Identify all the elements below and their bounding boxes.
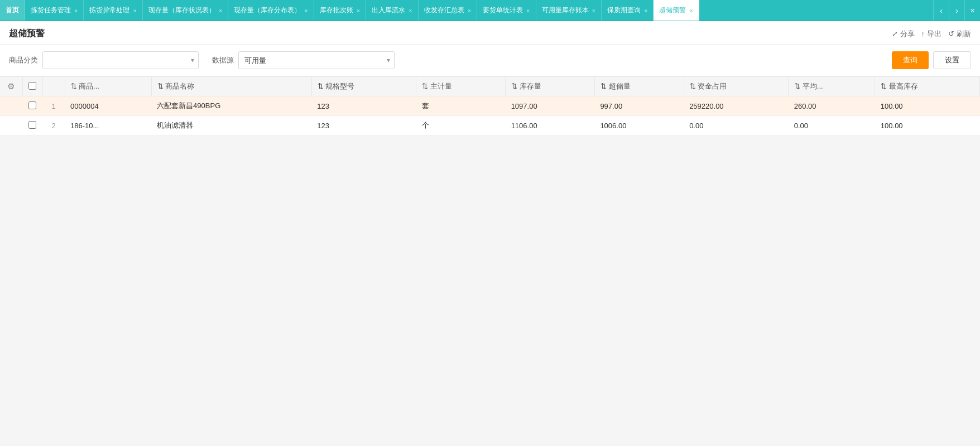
share-label: 分享 <box>900 29 915 39</box>
share-icon: ⤢ <box>892 30 898 38</box>
nav-tab-order-stats[interactable]: 要货单统计表 × <box>477 0 536 21</box>
col-capital-label: ⇅ 资金占用 <box>690 82 727 90</box>
refresh-icon: ↺ <box>948 30 954 38</box>
nav-arrows: ‹ › × <box>933 0 980 21</box>
nav-tab-inventory-status[interactable]: 现存量（库存状况表） × <box>143 0 228 21</box>
nav-tab-expiry-check[interactable]: 保质期查询 × <box>602 0 654 21</box>
nav-tab-task-mgmt[interactable]: 拣货任务管理 × <box>25 0 84 21</box>
tab-label: 库存批次账 <box>320 6 353 15</box>
col-product-code-label: ⇅ 商品... <box>71 82 99 90</box>
col-gear: ⚙ <box>0 77 22 96</box>
data-table: ⚙ ⇅ 商品... ⇅ 商品名称 ⇅ 规格型号 <box>0 76 980 135</box>
row-max-stock: 100.00 <box>875 116 980 135</box>
close-icon[interactable]: × <box>357 7 360 14</box>
row-unit: 个 <box>416 116 506 135</box>
table-row: 2 186-10... 机油滤清器 123 个 1106.00 1006.00 … <box>0 116 980 135</box>
filter-actions: 查询 设置 <box>892 51 971 69</box>
row-product-name: 机油滤清器 <box>151 116 311 135</box>
close-icon[interactable]: × <box>644 7 647 14</box>
nav-tab-home[interactable]: 首页 <box>0 0 25 21</box>
row-overstock: 997.00 <box>594 96 684 116</box>
close-icon[interactable]: × <box>133 7 136 14</box>
tab-label: 拣货异常处理 <box>89 6 129 15</box>
col-stock[interactable]: ⇅ 库存量 <box>506 77 595 96</box>
col-unit[interactable]: ⇅ 主计量 <box>416 77 506 96</box>
refresh-link[interactable]: ↺ 刷新 <box>948 29 971 39</box>
export-link[interactable]: ↑ 导出 <box>921 29 942 39</box>
product-category-group: 商品分类 <box>9 51 199 69</box>
col-capital[interactable]: ⇅ 资金占用 <box>684 77 789 96</box>
header-actions: ⤢ 分享 ↑ 导出 ↺ 刷新 <box>892 29 972 39</box>
col-avg[interactable]: ⇅ 平均... <box>789 77 875 96</box>
row-gear-cell <box>0 116 22 135</box>
top-nav: 首页 拣货任务管理 × 拣货异常处理 × 现存量（库存状况表） × 现存量（库存… <box>0 0 980 21</box>
row-product-name: 六配套新昌490BPG <box>151 96 311 116</box>
col-rownum <box>42 77 65 96</box>
product-category-wrapper <box>42 51 199 69</box>
data-source-select[interactable]: 可用量 库存量 <box>238 51 395 69</box>
col-max-stock-label: ⇅ 最高库存 <box>881 82 918 90</box>
row-product-code: 186-10... <box>65 116 151 135</box>
product-category-label: 商品分类 <box>9 55 38 65</box>
col-overstock-label: ⇅ 超储量 <box>601 82 631 90</box>
row-overstock: 1006.00 <box>594 116 684 135</box>
row-spec: 123 <box>311 116 416 135</box>
page-title: 超储预警 <box>9 28 45 40</box>
row-max-stock: 100.00 <box>875 96 980 116</box>
table-container: ⚙ ⇅ 商品... ⇅ 商品名称 ⇅ 规格型号 <box>0 76 980 135</box>
close-icon[interactable]: × <box>74 7 78 14</box>
product-category-select[interactable] <box>42 51 199 69</box>
query-button[interactable]: 查询 <box>892 51 929 69</box>
row-avg: 0.00 <box>789 116 875 135</box>
share-link[interactable]: ⤢ 分享 <box>892 29 915 39</box>
tab-label: 拣货任务管理 <box>31 6 71 15</box>
nav-tab-overstock-warning[interactable]: 超储预警 × <box>654 0 699 21</box>
row-product-code: 0000004 <box>65 96 151 116</box>
nav-prev-button[interactable]: ‹ <box>933 0 949 21</box>
data-source-group: 数据源 可用量 库存量 <box>212 51 395 69</box>
close-icon[interactable]: × <box>526 7 530 14</box>
tab-label: 现存量（库存状况表） <box>148 6 215 15</box>
select-all-checkbox[interactable] <box>28 82 36 90</box>
col-product-name-label: ⇅ 商品名称 <box>157 82 195 90</box>
row-stock: 1106.00 <box>506 116 595 135</box>
row-checkbox[interactable] <box>28 101 36 109</box>
nav-next-button[interactable]: › <box>949 0 964 21</box>
tab-label: 超储预警 <box>659 6 686 15</box>
close-icon[interactable]: × <box>468 7 471 14</box>
col-product-name[interactable]: ⇅ 商品名称 <box>151 77 311 96</box>
tab-label: 现存量（库存分布表） <box>234 6 301 15</box>
col-stock-label: ⇅ 库存量 <box>511 82 541 90</box>
home-label: 首页 <box>6 6 19 15</box>
export-icon: ↑ <box>921 30 925 38</box>
row-spec: 123 <box>311 96 416 116</box>
row-gear-cell <box>0 96 22 116</box>
col-spec[interactable]: ⇅ 规格型号 <box>311 77 416 96</box>
nav-close-button[interactable]: × <box>964 0 980 21</box>
tab-label: 出入库流水 <box>372 6 405 15</box>
data-source-label: 数据源 <box>212 55 234 65</box>
col-overstock[interactable]: ⇅ 超储量 <box>594 77 684 96</box>
nav-tab-inventory-dist[interactable]: 现存量（库存分布表） × <box>228 0 314 21</box>
col-product-code[interactable]: ⇅ 商品... <box>65 77 151 96</box>
gear-settings-icon[interactable]: ⚙ <box>7 81 15 91</box>
nav-tab-abnormal-proc[interactable]: 拣货异常处理 × <box>84 0 142 21</box>
nav-tab-batch-account[interactable]: 库存批次账 × <box>314 0 366 21</box>
row-checkbox-cell[interactable] <box>22 96 42 116</box>
close-icon[interactable]: × <box>409 7 412 14</box>
settings-button[interactable]: 设置 <box>933 51 971 69</box>
nav-tab-in-out-flow[interactable]: 出入库流水 × <box>366 0 418 21</box>
nav-tab-available-account[interactable]: 可用量库存账本 × <box>536 0 602 21</box>
nav-tab-collect-summary[interactable]: 收发存汇总表 × <box>419 0 477 21</box>
col-max-stock[interactable]: ⇅ 最高库存 <box>875 77 980 96</box>
filter-area: 商品分类 数据源 可用量 库存量 查询 设置 <box>0 45 980 76</box>
close-icon[interactable]: × <box>592 7 595 14</box>
row-checkbox[interactable] <box>28 121 36 129</box>
close-icon[interactable]: × <box>219 7 222 14</box>
export-label: 导出 <box>927 29 941 39</box>
tab-label: 收发存汇总表 <box>424 6 464 15</box>
row-checkbox-cell[interactable] <box>22 116 42 135</box>
row-avg: 260.00 <box>789 96 875 116</box>
close-icon[interactable]: × <box>689 7 693 14</box>
close-icon[interactable]: × <box>304 7 308 14</box>
